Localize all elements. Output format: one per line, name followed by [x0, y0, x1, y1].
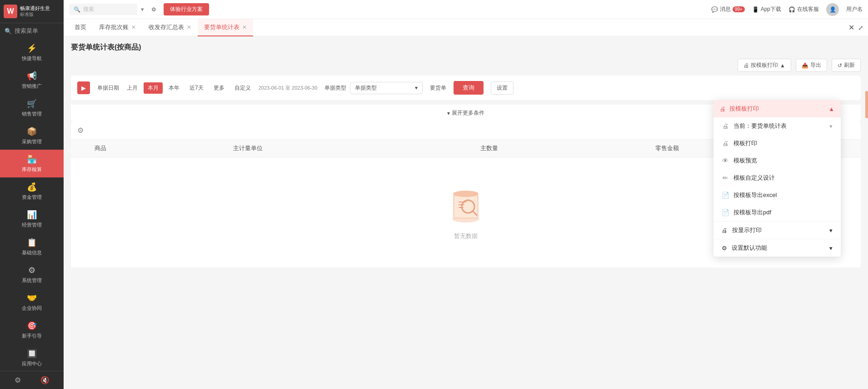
sidebar-item-app-center[interactable]: 🔲 应用中心 — [0, 344, 64, 371]
type-dropdown-chevron: ▾ — [415, 85, 418, 91]
sidebar-search[interactable]: 🔍 搜索菜单 — [0, 23, 64, 39]
sidebar-item-system[interactable]: ⚙ 系统管理 — [0, 261, 64, 288]
export-label: 导出 — [810, 61, 821, 69]
current-template-chevron: ▾ — [829, 123, 833, 130]
tabs-bar: 首页 库存批次账 ✕ 收发存汇总表 ✕ 要货单统计表 ✕ ✕ ⤢ — [64, 19, 868, 36]
sidebar-item-label: 系统管理 — [22, 277, 42, 284]
date-btn-last7days[interactable]: 近7天 — [185, 82, 208, 94]
basic-icon: 📋 — [27, 237, 37, 248]
user-avatar[interactable]: 👤 — [826, 3, 839, 16]
filter-expand-btn[interactable]: ▶ — [77, 81, 90, 94]
query-btn[interactable]: 查询 — [454, 81, 484, 95]
tab-receipt-summary[interactable]: 收发存汇总表 ✕ — [142, 19, 198, 36]
sidebar-item-operation[interactable]: 📊 经营管理 — [0, 205, 64, 233]
sidebar-item-quick-nav[interactable]: ⚡ 快捷导航 — [0, 39, 64, 66]
dropdown-display-print[interactable]: 🖨 按显示打印 ▾ — [713, 221, 841, 239]
sidebar-item-marketing[interactable]: 📢 营销推广 — [0, 66, 64, 94]
sidebar: W 畅康通好生意 标准版 🔍 搜索菜单 ⚡ 快捷导航 📢 营销推广 🛒 销售管理… — [0, 0, 64, 389]
tab-order-stats[interactable]: 要货单统计表 ✕ — [198, 19, 253, 36]
dropdown-template-preview[interactable]: 👁 模板预览 — [713, 152, 841, 169]
dropdown-template-export-pdf[interactable]: 📄 按模板导出pdf — [713, 204, 841, 221]
purchase-icon: 📦 — [27, 126, 37, 136]
settings-footer-icon[interactable]: ⚙ — [15, 376, 21, 384]
table-gear-icon[interactable]: ⚙ — [77, 126, 84, 135]
right-scrollbar[interactable] — [865, 91, 868, 118]
print-btn[interactable]: 🖨 按模板打印 ▲ — [738, 59, 791, 72]
filter-expand-icon: ▶ — [81, 85, 86, 91]
empty-text: 暂无数据 — [454, 232, 478, 240]
template-print-label: 模板打印 — [733, 139, 757, 147]
tab-home[interactable]: 首页 — [68, 19, 93, 36]
date-btn-more[interactable]: 更多 — [210, 82, 229, 94]
online-service-label: 在线客服 — [797, 5, 819, 13]
export-btn[interactable]: 📤 导出 — [796, 59, 827, 72]
system-icon: ⚙ — [28, 265, 35, 275]
tab-order-stats-close[interactable]: ✕ — [242, 24, 247, 30]
tab-receipt-summary-close[interactable]: ✕ — [187, 24, 191, 30]
sidebar-item-finance[interactable]: 💰 资金管理 — [0, 177, 64, 205]
tab-maximize-icon[interactable]: ⤢ — [858, 24, 863, 31]
order-type-label: 要货单 — [430, 84, 446, 92]
tab-batch-account[interactable]: 库存批次账 ✕ — [93, 19, 142, 36]
date-btn-current-year[interactable]: 本年 — [165, 82, 184, 94]
inventory-icon: 🏪 — [27, 154, 37, 164]
audio-footer-icon[interactable]: 🔇 — [40, 376, 50, 384]
dropdown-current-template[interactable]: 🖨 当前：要货单统计表 ▾ — [713, 117, 841, 135]
header-search-placeholder: 搜索 — [83, 5, 94, 13]
sidebar-item-purchase[interactable]: 📦 采购管理 — [0, 122, 64, 150]
settings-btn[interactable]: 设置 — [491, 81, 514, 95]
date-btn-custom[interactable]: 自定义 — [230, 82, 255, 94]
type-filter-group: 单据类型 单据类型 ▾ — [324, 82, 423, 94]
sidebar-item-guide[interactable]: 🎯 新手引导 — [0, 316, 64, 344]
set-default-chevron: ▾ — [829, 245, 833, 252]
dropdown-chevron-icon[interactable]: ▲ — [828, 106, 834, 112]
app-download-btn[interactable]: 📱 App下载 — [752, 5, 781, 13]
dropdown-set-default[interactable]: ⚙ 设置默认功能 ▾ — [713, 239, 841, 257]
header-search-box[interactable]: 🔍 搜索 — [69, 4, 137, 15]
sidebar-nav: ⚡ 快捷导航 📢 营销推广 🛒 销售管理 📦 采购管理 🏪 库存核算 💰 资金管… — [0, 39, 64, 371]
sidebar-item-collab[interactable]: 🤝 企业协同 — [0, 288, 64, 316]
dropdown-template-export-excel[interactable]: 📄 按模板导出excel — [713, 187, 841, 204]
app-download-label: App下载 — [761, 5, 781, 13]
dropdown-template-print[interactable]: 🖨 模板打印 — [713, 135, 841, 152]
print-dropdown-menu: 🖨 按模板打印 ▲ 🖨 当前：要货单统计表 ▾ 🖨 模板打印 👁 模板预览 ✏ — [713, 100, 841, 257]
tab-home-label: 首页 — [75, 23, 86, 31]
notification-badge: 99+ — [733, 6, 745, 12]
online-service-btn[interactable]: 🎧 在线客服 — [788, 5, 819, 13]
tab-batch-account-close[interactable]: ✕ — [131, 24, 136, 30]
dropdown-template-design[interactable]: ✏ 模板自定义设计 — [713, 169, 841, 187]
set-default-icon: ⚙ — [722, 245, 727, 252]
sidebar-item-label: 快捷导航 — [22, 55, 42, 62]
sidebar-footer: ⚙ 🔇 — [0, 371, 64, 389]
sidebar-item-sales[interactable]: 🛒 销售管理 — [0, 94, 64, 122]
expand-more-btn[interactable]: ▾ 展开更多条件 — [442, 107, 490, 119]
header-dropdown-icon[interactable]: ▾ — [141, 6, 144, 13]
refresh-label: 刷新 — [844, 61, 855, 69]
dropdown-header[interactable]: 🖨 按模板打印 ▲ — [713, 100, 841, 117]
date-btn-prev-month[interactable]: 上月 — [123, 82, 142, 94]
date-btn-current-month[interactable]: 本月 — [144, 82, 163, 94]
template-preview-icon: 👁 — [722, 157, 729, 164]
sales-icon: 🛒 — [27, 99, 37, 109]
sidebar-item-label: 资金管理 — [22, 194, 42, 201]
expand-more-icon: ▾ — [447, 110, 450, 116]
template-print-icon: 🖨 — [722, 140, 729, 147]
sidebar-item-label: 基础信息 — [22, 249, 42, 256]
sidebar-item-basic[interactable]: 📋 基础信息 — [0, 233, 64, 261]
notification-btn[interactable]: 💬 消息 99+ — [711, 5, 745, 13]
header-settings-btn[interactable]: ⚙ — [148, 5, 160, 15]
dropdown-section-left-2: ⚙ 设置默认功能 — [722, 244, 767, 252]
tab-close-icon[interactable]: ✕ — [848, 23, 854, 32]
trial-btn[interactable]: 体验行业方案 — [164, 3, 209, 15]
type-dropdown[interactable]: 单据类型 ▾ — [350, 82, 423, 94]
notification-icon: 💬 — [711, 6, 718, 13]
template-export-excel-icon: 📄 — [722, 192, 729, 199]
current-template-icon: 🖨 — [722, 122, 729, 130]
set-default-label: 设置默认功能 — [732, 244, 767, 252]
tab-receipt-summary-label: 收发存汇总表 — [149, 23, 184, 31]
sidebar-item-inventory[interactable]: 🏪 库存核算 — [0, 150, 64, 177]
refresh-btn[interactable]: ↺ 刷新 — [832, 59, 861, 72]
online-service-icon: 🎧 — [788, 6, 795, 13]
order-type-filter-group: 要货单 — [430, 84, 446, 92]
date-filter-group: 单据日期 上月 本月 本年 近7天 更多 自定义 2023-06-01 至 20… — [97, 82, 317, 94]
